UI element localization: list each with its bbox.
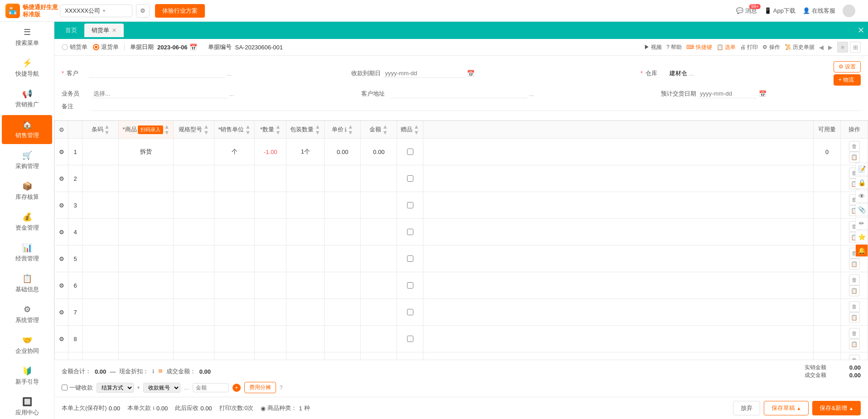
copy-row-btn[interactable]: 📋 bbox=[849, 259, 860, 270]
sidebar-item-search[interactable]: ☰ 搜索菜单 bbox=[2, 23, 52, 52]
settings-button[interactable]: ⚙ bbox=[136, 4, 150, 18]
payment-method-select[interactable]: 结算方式 bbox=[97, 383, 134, 393]
customer-input[interactable] bbox=[89, 69, 225, 78]
app-download-button[interactable]: 📱 App下载 bbox=[764, 7, 795, 15]
gift-checkbox[interactable] bbox=[407, 255, 413, 262]
tab-sales-order[interactable]: 销货单 ✕ bbox=[84, 24, 124, 37]
help-btn[interactable]: ? 帮助 bbox=[666, 43, 682, 51]
product-type[interactable]: ◉ 商品种类： 1 种 bbox=[261, 404, 310, 412]
scan-button[interactable]: 扫码录入 bbox=[138, 125, 163, 134]
sidebar-item-apps[interactable]: 🔲 应用中心 bbox=[2, 392, 52, 419]
right-float-note-btn[interactable]: 📝 bbox=[855, 163, 868, 175]
radio-return[interactable]: 退货单 bbox=[93, 43, 119, 51]
expense-split-btn[interactable]: 费用分摊 bbox=[244, 382, 276, 393]
sidebar-item-basic[interactable]: 📋 基础信息 bbox=[2, 269, 52, 298]
one-click-pay-checkbox[interactable]: 一键收款 bbox=[62, 384, 93, 392]
add-payment-btn[interactable]: + bbox=[233, 384, 241, 392]
copy-row-btn[interactable]: 📋 bbox=[849, 285, 860, 296]
video-btn[interactable]: ▶ 视频 bbox=[644, 43, 662, 51]
trial-button[interactable]: 体验行业方案 bbox=[155, 4, 205, 18]
tab-home[interactable]: 首页 bbox=[58, 24, 84, 37]
sidebar-item-finance[interactable]: 💰 资金管理 bbox=[2, 207, 52, 236]
customer-addr-input[interactable] bbox=[391, 89, 527, 98]
expected-date-calendar-icon[interactable]: 📅 bbox=[757, 90, 768, 97]
row-barcode[interactable] bbox=[82, 139, 119, 165]
row-qty[interactable]: -1.00 bbox=[255, 139, 286, 165]
sort-arrows-qty[interactable]: ▲▼ bbox=[275, 124, 281, 135]
gift-checkbox[interactable] bbox=[407, 309, 413, 315]
delete-row-btn[interactable]: 🗑 bbox=[849, 141, 860, 152]
view-list-btn[interactable]: ≡ bbox=[837, 42, 848, 53]
discard-button[interactable]: 放弃 bbox=[733, 401, 760, 415]
message-button[interactable]: 💬 消息 99+ bbox=[736, 7, 757, 15]
operate-btn[interactable]: ⚙ 操作 bbox=[762, 43, 780, 51]
payment-account-select[interactable]: 收款账号 bbox=[143, 383, 180, 393]
warehouse-dots[interactable]: ... bbox=[687, 70, 696, 77]
delete-row-btn[interactable]: 🗑 bbox=[849, 328, 860, 339]
total-due-info-icon[interactable]: ℹ bbox=[153, 405, 155, 411]
gift-checkbox[interactable] bbox=[407, 229, 413, 235]
row-price[interactable]: 0.00 bbox=[325, 139, 361, 165]
nav-left-icon[interactable]: ◀ bbox=[819, 44, 824, 51]
sidebar-item-system[interactable]: ⚙ 系统管理 bbox=[2, 300, 52, 329]
copy-row-btn[interactable]: 📋 bbox=[849, 152, 860, 163]
delete-row-btn[interactable]: 🗑 bbox=[849, 355, 860, 360]
row-amount[interactable]: 0.00 bbox=[361, 139, 397, 165]
select-order-btn[interactable]: 📋 选单 bbox=[717, 43, 736, 51]
settings-btn[interactable]: ⚙ 设置 bbox=[834, 61, 861, 72]
view-grid-btn[interactable]: ⊞ bbox=[850, 42, 861, 53]
copy-row-btn[interactable]: 📋 bbox=[849, 312, 860, 323]
company-selector[interactable]: XXXXXX公司 ▾ bbox=[60, 5, 132, 17]
sort-arrows-unit[interactable]: ▲▼ bbox=[245, 124, 251, 135]
customer-addr-dots[interactable]: ... bbox=[527, 91, 536, 97]
print-btn[interactable]: 🖨 打印 bbox=[740, 43, 758, 51]
one-click-checkbox[interactable] bbox=[62, 385, 68, 390]
due-date-input[interactable] bbox=[383, 69, 465, 78]
delete-row-btn[interactable]: 🗑 bbox=[849, 275, 860, 285]
right-float-orange-btn[interactable]: 🔔 bbox=[855, 244, 868, 257]
right-float-lock-btn[interactable]: 🔒 bbox=[855, 176, 868, 189]
col-header-settings[interactable]: ⚙ bbox=[55, 121, 68, 139]
sidebar-item-sales[interactable]: 🏠 销售管理 bbox=[2, 115, 52, 144]
salesperson-dots[interactable]: ... bbox=[228, 91, 236, 97]
barcode-input[interactable] bbox=[86, 149, 115, 155]
expense-help-icon[interactable]: ? bbox=[280, 385, 283, 391]
sidebar-item-operations[interactable]: 📊 经营管理 bbox=[2, 238, 52, 267]
account-dots[interactable]: ... bbox=[184, 384, 189, 391]
delete-row-btn[interactable]: 🗑 bbox=[849, 301, 860, 312]
sidebar-item-quick-nav[interactable]: ⚡ 快捷导航 bbox=[2, 53, 52, 82]
sort-arrows[interactable]: ▲▼ bbox=[104, 124, 110, 135]
sort-arrows-gift[interactable]: ▲▼ bbox=[413, 124, 419, 135]
copy-row-btn[interactable]: 📋 bbox=[849, 339, 860, 350]
nav-right-icon[interactable]: ▶ bbox=[828, 44, 833, 51]
avatar[interactable] bbox=[843, 5, 855, 17]
sidebar-item-guide[interactable]: 🔰 新手引导 bbox=[2, 361, 52, 390]
gift-checkbox[interactable] bbox=[407, 282, 413, 289]
tab-close-icon[interactable]: ✕ bbox=[112, 27, 116, 34]
due-date-calendar-icon[interactable]: 📅 bbox=[465, 70, 476, 77]
radio-sales[interactable]: 销货单 bbox=[62, 43, 87, 51]
gift-checkbox[interactable] bbox=[407, 202, 413, 208]
save-new-button[interactable]: 保存&新增 ▲ bbox=[812, 401, 861, 415]
sort-arrows-pkg[interactable]: ▲▼ bbox=[315, 124, 320, 135]
global-close-icon[interactable]: ✕ bbox=[858, 25, 864, 35]
sort-arrows-amount[interactable]: ▲▼ bbox=[382, 124, 388, 135]
expected-date-input[interactable] bbox=[698, 89, 757, 98]
sort-arrows-price[interactable]: ▲▼ bbox=[348, 124, 354, 135]
price-info-icon[interactable]: ℹ bbox=[344, 126, 347, 133]
logistics-btn[interactable]: + 物流 bbox=[834, 74, 861, 86]
sidebar-item-marketing[interactable]: 📢 营销推广 bbox=[2, 84, 52, 113]
right-float-star-btn[interactable]: ⭐ bbox=[855, 231, 868, 243]
row-pkg-qty[interactable]: 1个 bbox=[286, 139, 325, 165]
save-new-arrow-icon[interactable]: ▲ bbox=[849, 406, 853, 411]
sidebar-item-enterprise[interactable]: 🤝 企业协同 bbox=[2, 331, 52, 360]
calendar-icon[interactable]: 📅 bbox=[189, 43, 197, 51]
discount-info-icon[interactable]: ℹ bbox=[152, 368, 155, 375]
save-draft-arrow-icon[interactable]: ▲ bbox=[797, 406, 801, 411]
gift-checkbox[interactable] bbox=[407, 149, 413, 155]
sidebar-item-purchase[interactable]: 🛒 采购管理 bbox=[2, 146, 52, 175]
right-float-edit-btn[interactable]: ✏ bbox=[855, 217, 868, 230]
sort-arrows-product[interactable]: ▲▼ bbox=[164, 124, 170, 135]
gift-checkbox[interactable] bbox=[407, 175, 413, 182]
sidebar-item-inventory[interactable]: 📦 库存核算 bbox=[2, 177, 52, 206]
